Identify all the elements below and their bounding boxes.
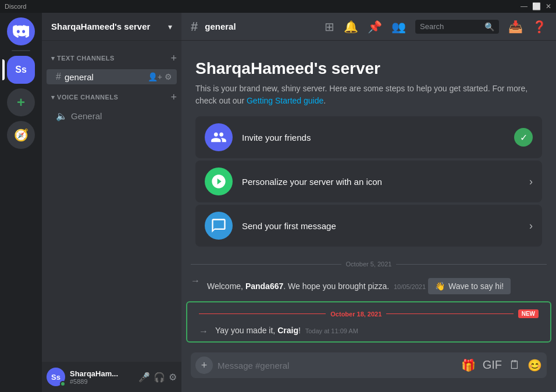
input-area: + 🎁 GIF 🗒 😊 bbox=[181, 352, 556, 392]
user-discriminator: #5889 bbox=[70, 378, 134, 385]
username-craig: Craig bbox=[277, 326, 298, 335]
welcome-section: SharqaHameed's server This is your brand… bbox=[181, 41, 556, 116]
send-first-message-card[interactable]: Send your first message › bbox=[195, 205, 542, 247]
add-voice-channel-icon[interactable]: + bbox=[170, 91, 177, 104]
channel-sidebar: SharqaHameed's server ▾ ▾ TEXT CHANNELS … bbox=[42, 13, 181, 392]
gif-icon[interactable]: GIF bbox=[483, 358, 502, 372]
new-date-line-left bbox=[199, 313, 326, 314]
maximize-button[interactable]: ⬜ bbox=[532, 2, 541, 10]
date-label-oct5: October 5, 2021 bbox=[346, 261, 392, 268]
server-menu-chevron-icon: ▾ bbox=[168, 22, 172, 31]
minimize-button[interactable]: — bbox=[521, 2, 528, 10]
pin-icon[interactable]: 📌 bbox=[368, 20, 382, 34]
input-actions: 🎁 GIF 🗒 😊 bbox=[461, 358, 542, 372]
message-input[interactable] bbox=[218, 361, 457, 370]
new-message-arrow-indicator: → bbox=[181, 324, 183, 334]
close-button[interactable]: ✕ bbox=[546, 2, 551, 10]
search-bar[interactable]: Search 🔍 bbox=[415, 20, 499, 34]
add-text-channel-icon[interactable]: + bbox=[170, 52, 177, 65]
inbox-icon[interactable]: 📥 bbox=[508, 20, 523, 34]
new-date-label: October 18, 2021 bbox=[330, 311, 382, 318]
send-message-chevron-icon: › bbox=[529, 220, 533, 232]
send-message-text: Send your first message bbox=[242, 221, 520, 231]
add-server-button[interactable]: + bbox=[7, 88, 35, 116]
wave-button[interactable]: 👋 Wave to say hi! bbox=[428, 278, 511, 294]
date-divider-oct18: October 18, 2021 NEW bbox=[190, 305, 548, 323]
threads-icon[interactable]: ⊞ bbox=[325, 20, 334, 34]
search-placeholder: Search bbox=[420, 22, 481, 31]
username-panda: Panda667 bbox=[245, 281, 283, 291]
server-list-divider bbox=[12, 50, 30, 51]
server-name: SharqaHameed's server bbox=[51, 22, 150, 31]
message-text-welcome: Welcome, Panda667. We hope you brought p… bbox=[207, 281, 428, 291]
server-header[interactable]: SharqaHameed's server ▾ bbox=[42, 13, 181, 41]
messages-area: SharqaHameed's server This is your brand… bbox=[181, 41, 556, 352]
invite-friends-text: Invite your friends bbox=[242, 133, 505, 142]
user-settings-icon[interactable]: ⚙ bbox=[169, 372, 177, 383]
personalize-server-card[interactable]: Personalize your server with an icon › bbox=[195, 161, 542, 202]
explore-servers-button[interactable]: 🧭 bbox=[7, 121, 35, 149]
message-text-craig: Yay you made it, Craig! Today at 11:09 A… bbox=[215, 326, 358, 335]
date-line-right bbox=[396, 264, 547, 265]
avatar: Ss bbox=[47, 368, 65, 386]
message-content: Welcome, Panda667. We hope you brought p… bbox=[207, 275, 547, 294]
message-arrow-icon: → bbox=[191, 276, 200, 286]
add-member-icon[interactable]: 👤+ bbox=[148, 72, 162, 81]
getting-started-link[interactable]: Getting Started guide bbox=[247, 96, 323, 105]
add-file-button[interactable]: + bbox=[195, 357, 213, 374]
onboarding-cards: Invite your friends ✓ Personalize your s… bbox=[181, 116, 556, 247]
user-info: SharqaHam... #5889 bbox=[70, 369, 134, 385]
notification-bell-icon[interactable]: 🔔 bbox=[344, 20, 358, 34]
channel-header-name: general bbox=[205, 22, 236, 31]
personalize-icon bbox=[205, 168, 233, 195]
channel-list: ▾ TEXT CHANNELS + # general 👤+ ⚙ ▾ VOICE… bbox=[42, 41, 181, 362]
invite-friends-card[interactable]: Invite your friends ✓ bbox=[195, 116, 542, 158]
titlebar: Discord — ⬜ ✕ bbox=[0, 0, 556, 13]
voice-channels-category[interactable]: ▾ VOICE CHANNELS + bbox=[42, 89, 181, 106]
wave-button-label: Wave to say hi! bbox=[448, 281, 504, 291]
voice-channels-label: ▾ VOICE CHANNELS bbox=[51, 94, 118, 101]
user-name: SharqaHam... bbox=[70, 369, 134, 378]
message-content-craig: Yay you made it, Craig! Today at 11:09 A… bbox=[215, 325, 539, 337]
settings-icon[interactable]: ⚙ bbox=[165, 72, 172, 81]
channel-item-general[interactable]: # general 👤+ ⚙ bbox=[47, 69, 177, 84]
channel-name-general: general bbox=[65, 72, 144, 82]
date-line-left bbox=[191, 264, 341, 265]
timestamp-oct5: 10/05/2021 bbox=[394, 283, 426, 290]
voice-channel-icon: 🔈 bbox=[56, 111, 67, 122]
user-panel: Ss SharqaHam... #5889 🎤 🎧 ⚙ bbox=[42, 362, 181, 392]
emoji-icon[interactable]: 😊 bbox=[528, 358, 542, 372]
status-badge bbox=[60, 381, 66, 387]
sticker-icon[interactable]: 🗒 bbox=[509, 358, 521, 372]
personalize-chevron-icon: › bbox=[529, 176, 533, 188]
invite-friends-icon bbox=[205, 123, 233, 151]
server-icon-sharqahameed[interactable]: Ss bbox=[7, 56, 35, 84]
new-badge: NEW bbox=[518, 309, 539, 318]
craig-message: → → Yay you made it, Craig! Today at 11:… bbox=[190, 323, 548, 339]
header-actions: ⊞ 🔔 📌 👥 Search 🔍 📥 ❓ bbox=[325, 20, 547, 34]
members-icon[interactable]: 👥 bbox=[391, 20, 406, 34]
text-channels-label: ▾ TEXT CHANNELS bbox=[51, 55, 115, 62]
channel-item-general-voice[interactable]: 🔈 General bbox=[47, 108, 177, 124]
text-channel-icon: # bbox=[56, 72, 61, 82]
discord-home-button[interactable] bbox=[7, 17, 35, 45]
wave-emoji: 👋 bbox=[435, 281, 445, 291]
personalize-text: Personalize your server with an icon bbox=[242, 177, 520, 187]
mute-mic-icon[interactable]: 🎤 bbox=[138, 372, 150, 383]
message-icon bbox=[205, 212, 233, 240]
deafen-icon[interactable]: 🎧 bbox=[154, 372, 165, 383]
app-title: Discord bbox=[5, 3, 26, 10]
main-content: # general ⊞ 🔔 📌 👥 Search 🔍 📥 ❓ SharqaHam… bbox=[181, 13, 556, 392]
channel-header: # general ⊞ 🔔 📌 👥 Search 🔍 📥 ❓ bbox=[181, 13, 556, 41]
welcome-description: This is your brand new, shiny server. He… bbox=[195, 83, 542, 107]
gift-icon[interactable]: 🎁 bbox=[461, 358, 476, 372]
new-message-highlight-box: October 18, 2021 NEW → → Yay you made it… bbox=[186, 301, 551, 343]
channel-name-general-voice: General bbox=[71, 111, 172, 121]
invite-done-check-icon: ✓ bbox=[514, 128, 533, 147]
message-input-wrapper: + 🎁 GIF 🗒 😊 bbox=[191, 352, 547, 378]
message-arrow-craig-icon: → bbox=[199, 326, 208, 337]
new-date-line-right bbox=[386, 313, 513, 314]
text-channels-category[interactable]: ▾ TEXT CHANNELS + bbox=[42, 50, 181, 67]
help-icon[interactable]: ❓ bbox=[532, 20, 547, 34]
channel-actions: 👤+ ⚙ bbox=[148, 72, 172, 81]
